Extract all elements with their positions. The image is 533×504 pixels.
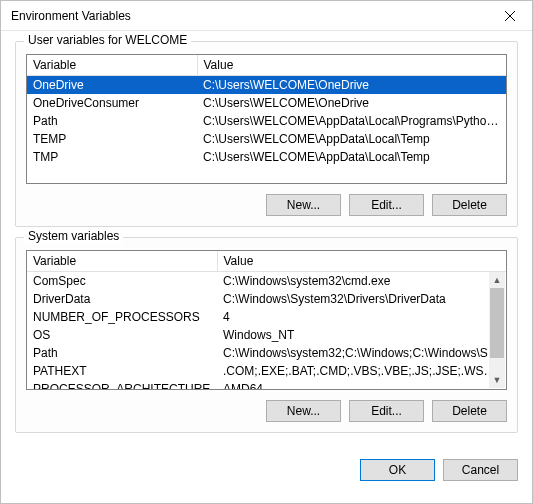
close-icon [505,11,515,21]
var-name: TEMP [27,130,197,148]
system-group-label: System variables [24,229,123,243]
system-variables-table[interactable]: Variable Value ComSpecC:\Windows\system3… [26,250,507,390]
var-value: C:\Users\WELCOME\AppData\Local\Temp [197,148,506,166]
system-new-button[interactable]: New... [266,400,341,422]
ok-button[interactable]: OK [360,459,435,481]
table-row[interactable]: OneDriveConsumerC:\Users\WELCOME\OneDriv… [27,94,506,112]
var-value: C:\Windows\System32\Drivers\DriverData [217,290,506,308]
scroll-up-icon[interactable]: ▲ [489,272,505,288]
titlebar: Environment Variables [1,1,532,31]
user-variables-group: User variables for WELCOME Variable Valu… [15,41,518,227]
var-name: PROCESSOR_ARCHITECTURE [27,380,217,390]
var-name: DriverData [27,290,217,308]
user-edit-button[interactable]: Edit... [349,194,424,216]
user-col-value[interactable]: Value [197,55,506,76]
system-scrollbar[interactable]: ▲ ▼ [489,272,505,388]
table-row[interactable]: OSWindows_NT [27,326,506,344]
close-button[interactable] [487,1,532,31]
scroll-thumb[interactable] [490,288,504,358]
scroll-down-icon[interactable]: ▼ [489,372,505,388]
window-title: Environment Variables [11,9,131,23]
table-row[interactable]: ComSpecC:\Windows\system32\cmd.exe [27,272,506,291]
var-name: Path [27,344,217,362]
var-name: OneDrive [27,76,197,95]
table-row[interactable]: PathC:\Users\WELCOME\AppData\Local\Progr… [27,112,506,130]
dialog-button-row: OK Cancel [1,451,532,493]
var-name: ComSpec [27,272,217,291]
var-value: Windows_NT [217,326,506,344]
system-delete-button[interactable]: Delete [432,400,507,422]
var-value: C:\Users\WELCOME\OneDrive [197,76,506,95]
table-row[interactable]: DriverDataC:\Windows\System32\Drivers\Dr… [27,290,506,308]
table-row[interactable]: NUMBER_OF_PROCESSORS4 [27,308,506,326]
var-name: TMP [27,148,197,166]
var-value: C:\Users\WELCOME\AppData\Local\Temp [197,130,506,148]
user-new-button[interactable]: New... [266,194,341,216]
user-col-variable[interactable]: Variable [27,55,197,76]
var-value: .COM;.EXE;.BAT;.CMD;.VBS;.VBE;.JS;.JSE;.… [217,362,506,380]
table-row[interactable]: PATHEXT.COM;.EXE;.BAT;.CMD;.VBS;.VBE;.JS… [27,362,506,380]
system-col-variable[interactable]: Variable [27,251,217,272]
var-value: C:\Windows\system32;C:\Windows;C:\Window… [217,344,506,362]
var-name: OneDriveConsumer [27,94,197,112]
system-variables-group: System variables Variable Value ComSpecC… [15,237,518,433]
system-edit-button[interactable]: Edit... [349,400,424,422]
var-value: C:\Users\WELCOME\OneDrive [197,94,506,112]
var-name: Path [27,112,197,130]
var-value: C:\Users\WELCOME\AppData\Local\Programs\… [197,112,506,130]
table-row[interactable]: PathC:\Windows\system32;C:\Windows;C:\Wi… [27,344,506,362]
user-delete-button[interactable]: Delete [432,194,507,216]
var-value: 4 [217,308,506,326]
system-col-value[interactable]: Value [217,251,506,272]
user-group-label: User variables for WELCOME [24,33,191,47]
table-row[interactable]: OneDriveC:\Users\WELCOME\OneDrive [27,76,506,95]
table-row[interactable]: PROCESSOR_ARCHITECTUREAMD64 [27,380,506,390]
var-name: OS [27,326,217,344]
var-name: PATHEXT [27,362,217,380]
table-row[interactable]: TEMPC:\Users\WELCOME\AppData\Local\Temp [27,130,506,148]
var-name: NUMBER_OF_PROCESSORS [27,308,217,326]
table-row[interactable]: TMPC:\Users\WELCOME\AppData\Local\Temp [27,148,506,166]
cancel-button[interactable]: Cancel [443,459,518,481]
var-value: C:\Windows\system32\cmd.exe [217,272,506,291]
user-variables-table[interactable]: Variable Value OneDriveC:\Users\WELCOME\… [26,54,507,184]
var-value: AMD64 [217,380,506,390]
